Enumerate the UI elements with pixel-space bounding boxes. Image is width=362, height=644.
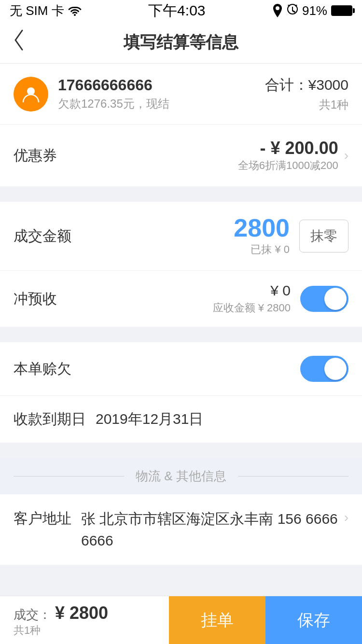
page-title: 填写结算等信息	[124, 31, 238, 54]
hang-button[interactable]: 挂单	[169, 596, 265, 644]
amount-value: 2800	[234, 215, 290, 240]
address-value: 张 北京市市辖区海淀区永丰南 156 6666 6666	[81, 508, 338, 551]
customer-info-left: 17666666666 欠款1276.35元，现结	[14, 76, 169, 112]
prereceive-sub: 应收金额 ¥ 2800	[213, 301, 291, 315]
save-button[interactable]: 保存	[265, 596, 362, 644]
save-button-label: 保存	[297, 609, 330, 631]
coupon-chevron-icon: ›	[344, 148, 348, 163]
status-bar: 无 SIM 卡 下午4:03 91%	[0, 0, 362, 21]
address-chevron-icon: ›	[344, 508, 348, 525]
separator-1	[0, 194, 362, 202]
address-label: 客户地址	[14, 508, 71, 529]
status-right: 91%	[272, 3, 352, 18]
arrearage-label: 本单赊欠	[14, 359, 71, 379]
arrearage-row: 本单赊欠	[0, 342, 362, 395]
customer-row: 17666666666 欠款1276.35元，现结 合计：¥3000 共1种	[0, 64, 362, 124]
bottom-bar: 成交： ¥ 2800 共1种 挂单 保存	[0, 596, 362, 644]
logistics-title: 物流 & 其他信息	[136, 468, 226, 485]
amount-row: 成交金额 2800 已抹 ¥ 0 抹零	[0, 202, 362, 270]
logistics-header: 物流 & 其他信息	[0, 458, 362, 494]
coupon-discount: - ¥ 200.00	[238, 138, 338, 158]
duedate-value: 2019年12月31日	[96, 409, 203, 429]
user-icon	[21, 84, 41, 104]
prereceive-toggle[interactable]	[300, 286, 348, 312]
customer-total: 合计：¥3000 共1种	[265, 75, 348, 112]
carrier-text: 无 SIM 卡	[10, 2, 64, 19]
wifi-icon	[68, 5, 82, 16]
coupon-label: 优惠券	[14, 146, 57, 166]
bottom-summary-count: 共1种	[14, 623, 155, 638]
back-button[interactable]	[12, 28, 26, 56]
total-label: 合计：	[265, 77, 308, 93]
coupon-desc: 全场6折满1000减200	[238, 158, 338, 173]
battery-icon	[331, 5, 352, 16]
prereceive-row: 冲预收 ¥ 0 应收金额 ¥ 2800	[0, 270, 362, 327]
amount-label: 成交金额	[14, 226, 71, 246]
bottom-summary: 成交： ¥ 2800 共1种	[0, 603, 169, 638]
location-icon	[272, 4, 283, 17]
rounded-off-text: 已抹 ¥ 0	[234, 242, 290, 257]
coupon-right: - ¥ 200.00 全场6折满1000减200 ›	[238, 138, 348, 173]
total-value: ¥3000	[308, 77, 348, 93]
total-count: 共1种	[265, 97, 348, 112]
hang-button-label: 挂单	[201, 609, 234, 631]
prereceive-label: 冲预收	[14, 289, 57, 309]
customer-details: 17666666666 欠款1276.35元，现结	[58, 76, 169, 112]
customer-phone: 17666666666	[58, 76, 169, 94]
bottom-summary-amount: ¥ 2800	[55, 603, 108, 623]
battery-percent: 91%	[302, 3, 327, 18]
arrearage-card: 本单赊欠 收款到期日 2019年12月31日	[0, 342, 362, 443]
duedate-row: 收款到期日 2019年12月31日	[0, 395, 362, 443]
logistics-line-right	[238, 476, 348, 476]
duedate-label: 收款到期日	[14, 409, 86, 429]
prereceive-amount: ¥ 0	[213, 282, 291, 299]
logistics-line-left	[14, 476, 124, 476]
arrearage-toggle[interactable]	[300, 356, 348, 382]
avatar	[14, 77, 48, 112]
status-time: 下午4:03	[148, 1, 205, 21]
prereceive-right: ¥ 0 应收金额 ¥ 2800	[213, 282, 348, 315]
status-left: 无 SIM 卡	[10, 2, 82, 19]
bottom-summary-label: 成交：	[14, 606, 51, 623]
alarm-icon	[287, 4, 298, 17]
total-amount: 合计：¥3000	[265, 75, 348, 95]
coupon-row[interactable]: 优惠券 - ¥ 200.00 全场6折满1000减200 ›	[0, 124, 362, 186]
round-button[interactable]: 抹零	[299, 220, 348, 252]
separator-2	[0, 327, 362, 335]
address-row[interactable]: 客户地址 张 北京市市辖区海淀区永丰南 156 6666 6666 ›	[0, 494, 362, 565]
customer-debt: 欠款1276.35元，现结	[58, 96, 169, 112]
nav-bar: 填写结算等信息	[0, 21, 362, 64]
toggle-thumb	[324, 288, 347, 310]
amount-right: 2800 已抹 ¥ 0 抹零	[234, 215, 348, 257]
amount-section: 成交金额 2800 已抹 ¥ 0 抹零 冲预收 ¥ 0 应收金额 ¥ 2800	[0, 202, 362, 327]
svg-point-0	[27, 87, 35, 95]
arrearage-toggle-thumb	[324, 358, 347, 380]
prereceive-values: ¥ 0 应收金额 ¥ 2800	[213, 282, 291, 315]
customer-card: 17666666666 欠款1276.35元，现结 合计：¥3000 共1种 优…	[0, 64, 362, 186]
separator-3	[0, 450, 362, 458]
main-content: 17666666666 欠款1276.35元，现结 合计：¥3000 共1种 优…	[0, 64, 362, 644]
